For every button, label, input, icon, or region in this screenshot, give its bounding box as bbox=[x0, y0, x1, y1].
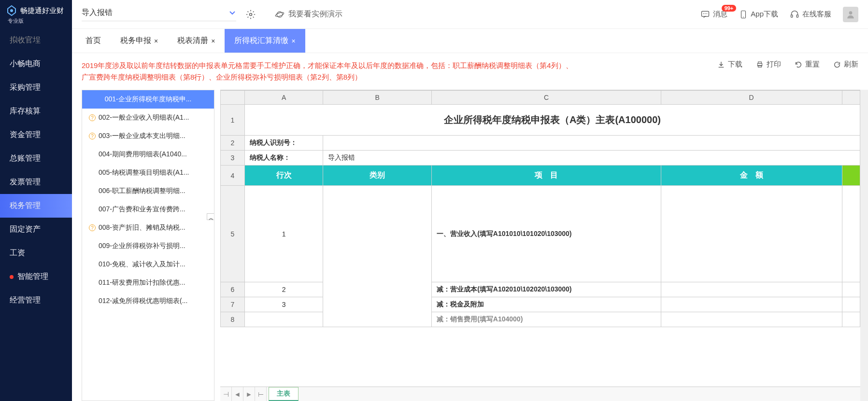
report-item-2[interactable]: ?003-一般企业成本支出明细... bbox=[82, 127, 214, 145]
report-item-label: 009-企业所得税弥补亏损明... bbox=[99, 242, 185, 250]
taxpayer-id-value[interactable] bbox=[323, 136, 860, 151]
row-head-3[interactable]: 3 bbox=[221, 151, 245, 166]
nav-item-3[interactable]: 库存核算 bbox=[0, 99, 72, 123]
sheet-corner[interactable] bbox=[221, 91, 245, 105]
sheet-tab-main[interactable]: 主表 bbox=[269, 387, 299, 401]
cell-extra-4[interactable] bbox=[842, 312, 860, 327]
nav-item-6[interactable]: 发票管理 bbox=[0, 170, 72, 194]
sheet-nav-first[interactable]: ⊣ bbox=[220, 387, 232, 401]
tab-2[interactable]: 税表清册× bbox=[168, 29, 225, 53]
sheet-nav-prev[interactable]: ◄ bbox=[232, 387, 243, 401]
row-head-4[interactable]: 4 bbox=[221, 166, 245, 186]
nav-item-label: 发票管理 bbox=[10, 177, 41, 187]
nav-item-7[interactable]: 税务管理 bbox=[0, 194, 72, 218]
print-button[interactable]: 打印 bbox=[756, 60, 781, 69]
demo-link[interactable]: 我要看实例演示 bbox=[275, 9, 342, 19]
header-amount[interactable]: 金 额 bbox=[661, 166, 842, 186]
report-item-label: 005-纳税调整项目明细表(A1... bbox=[99, 168, 189, 177]
header-rowno[interactable]: 行次 bbox=[244, 166, 323, 186]
col-head-b[interactable]: B bbox=[323, 91, 432, 105]
download-button[interactable]: 下载 bbox=[717, 60, 742, 69]
sheet-scroll[interactable]: A B C D 1 企业所得税年度纳税申报表（A类）主表(A100000) bbox=[220, 90, 860, 387]
col-head-blank[interactable] bbox=[842, 91, 860, 105]
sheet-nav-next[interactable]: ► bbox=[243, 387, 255, 401]
report-item-3[interactable]: 004-期间费用明细表(A1040... bbox=[82, 145, 214, 164]
taxpayer-name-label[interactable]: 纳税人名称： bbox=[244, 151, 323, 166]
nav-item-label: 库存核算 bbox=[10, 106, 41, 116]
cell-rowno-2[interactable]: 2 bbox=[244, 282, 323, 297]
report-item-10[interactable]: 011-研发费用加计扣除优惠... bbox=[82, 274, 214, 292]
svg-rect-10 bbox=[791, 14, 793, 17]
nav-item-4[interactable]: 资金管理 bbox=[0, 123, 72, 147]
row-head-6[interactable]: 6 bbox=[221, 282, 245, 297]
close-icon[interactable]: × bbox=[211, 37, 215, 45]
report-item-5[interactable]: 006-职工薪酬纳税调整明细... bbox=[82, 182, 214, 200]
nav-item-5[interactable]: 总账管理 bbox=[0, 147, 72, 170]
cell-amount-2[interactable] bbox=[661, 282, 842, 297]
row-head-7[interactable]: 7 bbox=[221, 297, 245, 312]
nav-item-label: 资金管理 bbox=[10, 130, 41, 140]
nav-item-11[interactable]: 经营管理 bbox=[0, 289, 72, 312]
report-item-4[interactable]: 005-纳税调整项目明细表(A1... bbox=[82, 164, 214, 182]
cell-rowno-3[interactable]: 3 bbox=[244, 297, 323, 312]
support-button[interactable]: 在线客服 bbox=[790, 10, 831, 19]
vertical-scrollbar[interactable] bbox=[860, 90, 868, 401]
messages-button[interactable]: 消息 99+ bbox=[700, 10, 727, 19]
report-item-9[interactable]: 010-免税、减计收入及加计... bbox=[82, 255, 214, 274]
cell-extra-1[interactable] bbox=[842, 186, 860, 282]
nav-item-2[interactable]: 采购管理 bbox=[0, 76, 72, 99]
cell-rowno-4[interactable] bbox=[244, 312, 323, 327]
col-head-d[interactable]: D bbox=[661, 91, 842, 105]
report-item-11[interactable]: 012-减免所得税优惠明细表(... bbox=[82, 292, 214, 310]
cell-rowno-1[interactable]: 1 bbox=[244, 186, 323, 282]
header-item[interactable]: 项 目 bbox=[432, 166, 661, 186]
header-category[interactable]: 类别 bbox=[323, 166, 432, 186]
tab-1[interactable]: 税务申报× bbox=[111, 29, 168, 53]
taxpayer-id-label[interactable]: 纳税人识别号： bbox=[244, 136, 323, 151]
col-head-c[interactable]: C bbox=[432, 91, 661, 105]
header-extra[interactable] bbox=[842, 166, 860, 186]
tab-0[interactable]: 首页 bbox=[76, 29, 111, 53]
nav-item-0[interactable]: 拟收官埕 bbox=[0, 28, 72, 52]
sheet-title[interactable]: 企业所得税年度纳税申报表（A类）主表(A100000) bbox=[244, 105, 860, 136]
cell-amount-4[interactable] bbox=[661, 312, 842, 327]
cell-item-1[interactable]: 一、营业收入(填写A101010\101020\103000) bbox=[432, 186, 661, 282]
report-item-8[interactable]: 009-企业所得税弥补亏损明... bbox=[82, 237, 214, 255]
report-item-7[interactable]: ?008-资产折旧、摊销及纳税... bbox=[82, 219, 214, 237]
cell-category-merged[interactable] bbox=[323, 186, 432, 327]
report-item-6[interactable]: 007-广告费和业务宣传费跨... bbox=[82, 200, 214, 219]
nav-item-9[interactable]: 工资 bbox=[0, 241, 72, 265]
cell-amount-1[interactable] bbox=[661, 186, 842, 282]
sheet-nav-last[interactable]: ⊢ bbox=[255, 387, 267, 401]
reset-button[interactable]: 重置 bbox=[795, 60, 820, 69]
close-icon[interactable]: × bbox=[291, 37, 295, 45]
cell-extra-2[interactable] bbox=[842, 282, 860, 297]
svg-point-1 bbox=[250, 13, 252, 15]
collapse-handle[interactable]: 《 bbox=[207, 213, 214, 220]
row-head-1[interactable]: 1 bbox=[221, 105, 245, 136]
nav-item-10[interactable]: 智能管理 bbox=[0, 265, 72, 289]
row-head-2[interactable]: 2 bbox=[221, 136, 245, 151]
cell-item-2[interactable]: 减：营业成本(填写A102010\102020\103000) bbox=[432, 282, 661, 297]
refresh-button[interactable]: 刷新 bbox=[833, 60, 858, 69]
nav-item-1[interactable]: 小畅电商 bbox=[0, 52, 72, 76]
search-group[interactable]: 导入报错 bbox=[82, 8, 236, 21]
cell-extra-3[interactable] bbox=[842, 297, 860, 312]
row-head-8[interactable]: 8 bbox=[221, 312, 245, 327]
cell-item-3[interactable]: 减：税金及附加 bbox=[432, 297, 661, 312]
row-head-5[interactable]: 5 bbox=[221, 186, 245, 282]
tab-3[interactable]: 所得税汇算清缴× bbox=[225, 29, 305, 53]
chevron-down-icon[interactable] bbox=[228, 9, 236, 16]
report-item-1[interactable]: ?002-一般企业收入明细表(A1... bbox=[82, 109, 214, 127]
cell-item-4[interactable]: 减：销售费用(填写A104000) bbox=[432, 312, 661, 327]
app-download-button[interactable]: App下载 bbox=[739, 10, 778, 19]
taxpayer-name-value[interactable]: 导入报错 bbox=[323, 151, 860, 166]
col-head-a[interactable]: A bbox=[244, 91, 323, 105]
gear-icon[interactable] bbox=[246, 10, 256, 19]
avatar[interactable] bbox=[843, 7, 858, 22]
cell-amount-3[interactable] bbox=[661, 297, 842, 312]
nav-item-8[interactable]: 固定资产 bbox=[0, 218, 72, 241]
close-icon[interactable]: × bbox=[154, 37, 158, 45]
reset-label: 重置 bbox=[805, 60, 820, 69]
report-item-0[interactable]: 001-企业所得税年度纳税申... bbox=[82, 90, 214, 109]
